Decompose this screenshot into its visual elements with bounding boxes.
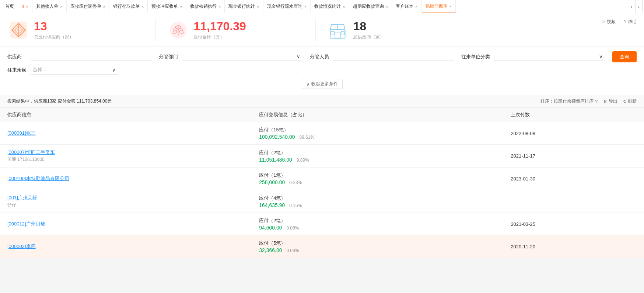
tx-amount-5[interactable]: 32,366.00 [259,247,282,253]
filter-supplier: 供应商 [7,53,151,61]
dept-filter-select[interactable]: ∨ [182,53,303,61]
filter-category: 往来单位分类 ∨ [461,53,605,61]
stat-card-total-suppliers: 18 总供应商（家） [327,19,464,41]
filter-balance: 往来余额 选择... ∨ [7,65,118,75]
top-right-links: ▷ 视频 | ? 帮助 [601,19,637,25]
collapse-button[interactable]: ∧ 收起更多条件 [302,79,343,89]
last-pay-date-4: 2021-03-25 [511,221,535,227]
svg-rect-15 [341,31,344,35]
supplier-filter-label: 供应商 [7,54,28,60]
balance-filter-label: 往来余额 [7,67,28,73]
video-link[interactable]: ▷ 视频 [601,19,616,25]
tx-amount-2[interactable]: 258,000.00 [259,179,285,185]
dept-dropdown-icon: ∨ [297,54,300,59]
nav-tab-home[interactable]: 首页 [1,0,18,13]
supplier-link-0[interactable]: [000001]张三 [7,130,36,136]
tx-cell-2: 应付（1笔） 258,000.00 0.23% [259,172,511,185]
stat-card-payable-total: 11,170.39 应付合计（万） [167,19,304,41]
close-tab-advance-collect[interactable]: × [180,4,182,9]
last-pay-cell-4: 2021-03-25 [511,221,637,227]
nav-tab-customer-account[interactable]: 客户账本 × [392,0,421,13]
tx-amount-3[interactable]: 164,635.90 [259,202,285,208]
category-filter-label: 往来单位分类 [461,54,490,60]
close-tab-cash-bank-stats[interactable]: × [257,4,259,9]
person-filter-input[interactable] [333,53,454,61]
close-tab-ap-adjust[interactable]: × [103,4,105,9]
tx-cell-0: 应付（15笔） 100,092,540.00 89.61% [259,127,511,140]
balance-dropdown-icon: ∨ [112,67,116,73]
nav-tab-3[interactable]: 3 × [18,0,32,13]
tx-label-0: 应付（15笔） [259,127,511,133]
tx-amount-4[interactable]: 94,600.00 [259,225,282,231]
payable-total-label: 应付合计（万） [193,34,246,40]
tx-cell-1: 应付（2笔） 11,051,486.00 9.89% [259,149,511,163]
supplier-filter-input[interactable] [31,53,151,61]
nav-tab-bank-deposit[interactable]: 银行存取款单 × [109,0,148,13]
nav-next-button[interactable]: › [635,0,643,13]
nav-tab-overdue-collect[interactable]: 超期应收款查询 × [349,0,392,13]
tx-cell-3: 应付（4笔） 164,635.90 0.15% [259,195,511,208]
results-actions: 排序：按应付余额倒序排序 ∨ ⊡ 导出 ↻ 刷新 [540,98,637,104]
nav-prev-button[interactable]: ‹ [628,0,635,13]
stats-header: 13 总应付供应商（家） 11,170.39 应付 [0,13,644,47]
tx-amount-1[interactable]: 11,051,486.00 [259,157,292,163]
payable-suppliers-number: 13 [34,20,74,33]
close-tab-supplier-account[interactable]: × [449,4,452,8]
supplier-link-4[interactable]: [000012]广州贝瑞 [7,221,45,227]
supplier-link-3[interactable]: [001]广州荣轩 [7,195,37,200]
nav-tab-cash-bank-flow[interactable]: 现金银行流水查询 × [263,0,311,13]
close-tab-other-income[interactable]: × [60,4,62,9]
tx-amount-0[interactable]: 100,092,540.00 [259,134,295,140]
col-header-last-pay: 上次付数 [511,111,637,118]
close-tab-collect-verify[interactable]: × [218,4,221,9]
tx-cell-5: 应付（5笔） 32,366.00 0.03% [259,240,511,253]
help-link[interactable]: ? 帮助 [624,19,637,25]
nav-tab-other-income[interactable]: 其他收入单 × [32,0,66,13]
last-pay-cell-5: 2020-11-20 [511,244,637,249]
nav-tab-collect-verify[interactable]: 收款核销执行 × [186,0,225,13]
col-header-tx: 应付交易信息（占比） [259,111,511,118]
close-tab-bank-deposit[interactable]: × [141,4,144,9]
refresh-button[interactable]: ↻ 刷新 [623,98,637,104]
balance-filter-select[interactable]: 选择... ∨ [31,65,118,75]
tx-label-2: 应付（1笔） [259,172,511,179]
supplier-sub-1: 王通 17106110000 [7,156,259,163]
supplier-link-2[interactable]: [000100]本特勤油品有限公司 [7,176,69,181]
supplier-link-5[interactable]: [000002]李四 [7,244,36,249]
search-button[interactable]: 查询 [612,51,637,62]
tx-percent-3: 0.15% [289,203,302,208]
top-navigation: 首页 3 × 其他收入单 × 应收应付调整单 × 银行存取款单 × 预收冲应收单… [0,0,644,13]
nav-tab-advance-collect[interactable]: 预收冲应收单 × [148,0,186,13]
nav-tab-collect-stats[interactable]: 收款情况统计 × [311,0,349,13]
close-tab-cash-bank-flow[interactable]: × [304,4,307,9]
table-row: [000100]本特勤油品有限公司 应付（1笔） 258,000.00 0.23… [0,168,644,190]
nav-tab-supplier-account[interactable]: 供应商账本 × [422,0,456,13]
last-pay-date-5: 2020-11-20 [511,244,535,249]
close-tab-customer-account[interactable]: × [415,4,417,9]
category-filter-select[interactable]: ∨ [493,53,605,61]
export-button[interactable]: ⊡ 导出 [604,98,617,104]
table-header: 供应商信息 应付交易信息（占比） 上次付数 [0,108,644,122]
supplier-cell-2: [000100]本特勤油品有限公司 [7,175,259,182]
supplier-cell-5: [000002]李四 [7,243,259,250]
tx-label-3: 应付（4笔） [259,195,511,201]
close-tab-3[interactable]: × [26,4,28,9]
nav-tab-cash-bank-stats[interactable]: 现金银行统计 × [225,0,263,13]
collapse-arrow-icon: ∧ [307,82,310,87]
close-tab-collect-stats[interactable]: × [343,4,345,9]
last-pay-cell-0: 2022-08-08 [511,131,637,136]
supplier-cell-0: [000001]张三 [7,130,259,137]
sort-label: 排序：按应付余额倒序排序 ∨ [540,98,598,104]
person-filter-label: 分管人员 [310,54,330,60]
supplier-cell-1: [000007]恒旺二手叉车 王通 17106110000 [7,149,259,163]
last-pay-date-0: 2022-08-08 [511,131,535,136]
filter-row-1: 供应商 分管部门 ∨ 分管人员 往来单位分类 ∨ [7,51,637,62]
nav-tab-ap-adjust[interactable]: 应收应付调整单 × [67,0,109,13]
total-suppliers-label: 总供应商（家） [353,34,384,40]
export-icon: ⊡ [604,99,608,104]
supplier-link-1[interactable]: [000007]恒旺二手叉车 [7,149,55,155]
payable-total-icon [167,19,189,41]
sort-down-icon: ∨ [595,99,598,104]
stat-divider-1 [155,19,156,41]
close-tab-overdue-collect[interactable]: × [386,4,388,9]
